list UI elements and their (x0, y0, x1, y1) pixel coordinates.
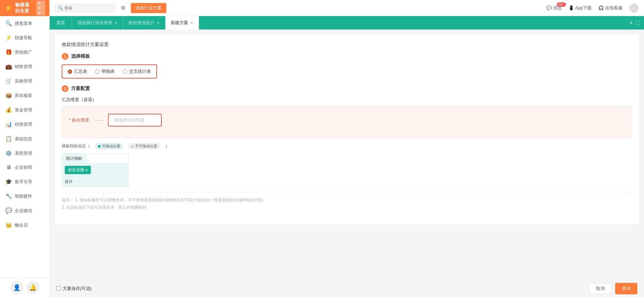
save-checkbox[interactable] (56, 286, 61, 291)
gear-icon: ⚙️ (5, 150, 12, 156)
sidebar-logo-text: 畅捷通好生意 (15, 2, 34, 14)
vertical-label: 纵向维度 (69, 117, 89, 123)
tab-cashflow[interactable]: 现金银行流水查询 ✕ (72, 16, 123, 30)
step2-number: 2 (62, 85, 68, 92)
sidebar-item-label: 搜索菜单 (15, 20, 32, 27)
wrench-icon: 🔧 (5, 193, 12, 199)
sidebar-item-purchase[interactable]: 🛒 采购管理 (0, 74, 49, 88)
industry-button[interactable]: 体验行业方案 (131, 3, 166, 13)
tab-newplan-close[interactable]: ✕ (190, 21, 193, 25)
radio-detail[interactable]: 明细表 (95, 68, 115, 75)
tips-section: 提示： 1. 拖动标题栏可以调整布局，不可跨维度或指标区域拖动且目字段(只能在同… (62, 192, 632, 211)
user-avatar[interactable] (629, 3, 639, 13)
tab-receipts[interactable]: 收款情况统计 ✕ (123, 16, 165, 30)
sidebar-item-label: 快捷导航 (15, 35, 32, 41)
stat-indicator-header: 统计指标 (62, 154, 87, 163)
sidebar-item-label: 库存核算 (15, 93, 32, 99)
tab-cashflow-close[interactable]: ✕ (114, 21, 117, 25)
unmovable-label: 不可拖动位置 (135, 144, 157, 149)
dimension-select[interactable]: 请选择分组维度 (108, 114, 162, 127)
subtotal-label: 合计 (65, 179, 73, 185)
sidebar-item-label: 系统管理 (15, 150, 32, 156)
sidebar-item-system[interactable]: ⚙️ 系统管理 (0, 146, 49, 160)
sidebar-item-marketing[interactable]: 🎁 营销推广 (0, 45, 49, 59)
settings-panel: 收款情况统计方案设置 1 选择模板 汇总表 明细表 (55, 35, 639, 225)
sidebar-item-basics[interactable]: 📋 基础信息 (0, 132, 49, 146)
topbar-search-box[interactable]: 🔍 (55, 4, 115, 12)
search-input[interactable] (64, 6, 111, 10)
sidebar-item-inventory[interactable]: 📦 库存核算 (0, 88, 49, 103)
tab-newplan[interactable]: 新建方案 ✕ (165, 16, 199, 30)
movable-badge: 可拖动位置 (95, 143, 123, 149)
radio-cross[interactable]: 交叉统计表 (123, 68, 151, 75)
crown-icon: 👑 (5, 222, 12, 228)
tab-receipts-close[interactable]: ✕ (157, 21, 160, 25)
sidebar-item-hardware[interactable]: 🔧 智能硬件 (0, 189, 49, 203)
indicator-tag-amount[interactable]: 收款金额 ▾ (65, 166, 91, 174)
movable-label: 可拖动位置 (102, 144, 120, 149)
search-icon: 🔍 (58, 6, 63, 10)
step1-number: 1 (62, 53, 68, 60)
sidebar-item-label: 智能硬件 (15, 193, 32, 199)
query-button[interactable]: 查询 (615, 283, 637, 294)
sidebar-item-enterprise[interactable]: 🖥 企业协同 (0, 160, 49, 175)
radio-summary-input[interactable] (68, 69, 72, 74)
message-button[interactable]: 💬 消息 99+ (546, 5, 562, 11)
sidebar-bottom-btn1[interactable]: 👤 (10, 281, 23, 294)
sidebar-item-label: 基础信息 (15, 136, 32, 142)
topbar: 🔍 ⚙ 体验行业方案 💬 消息 99+ 📱 App下载 🎧 在线客服 (50, 0, 644, 16)
briefcase-icon: 💼 (5, 63, 12, 70)
tab-home[interactable]: 首页 (50, 16, 72, 30)
vertical-dimension-row: 纵向维度 —— 请选择分组维度 (69, 114, 625, 127)
tab-cashflow-label: 现金银行流水查询 (77, 20, 112, 26)
sidebar-item-label: 新手引导 (15, 179, 32, 185)
step1-header: 1 选择模板 (62, 53, 632, 60)
tab-close-icon[interactable]: ✕ (629, 20, 633, 26)
sidebar-item-label: 企业微信 (15, 208, 32, 214)
dropdown-icon: ▾ (86, 168, 88, 172)
cancel-button[interactable]: 取消 (589, 283, 612, 294)
sidebar-item-guide[interactable]: 🎓 新手引导 (0, 175, 49, 189)
graduation-icon: 🎓 (5, 179, 12, 185)
topbar-right: 💬 消息 99+ 📱 App下载 🎧 在线客服 (546, 3, 639, 13)
clipboard-icon: 📋 (5, 136, 12, 142)
sidebar-item-wechat[interactable]: 💬 企业微信 (0, 203, 49, 218)
settings-icon[interactable]: ⚙ (121, 5, 125, 11)
sidebar-item-finance[interactable]: 💰 资金管理 (0, 103, 49, 117)
tab-expand-icon[interactable]: ⛶ (636, 20, 640, 26)
sidebar-item-label: 畅会员 (15, 222, 28, 228)
save-option[interactable]: 方案保存(可选) (56, 286, 92, 292)
sidebar-item-label: 企业协同 (15, 164, 32, 170)
step2-title: 方案配置 (71, 86, 90, 92)
radio-cross-label: 交叉统计表 (129, 68, 151, 75)
footer-bar: 方案保存(可选) 取消 查询 (50, 280, 644, 297)
download-button[interactable]: 📱 App下载 (569, 5, 592, 11)
sidebar-edition-badge: 标准版 (36, 1, 45, 15)
chat-icon: 💬 (5, 207, 12, 214)
sidebar-bottom: 👤 🔔 (0, 278, 49, 297)
radio-cross-input[interactable] (123, 69, 127, 74)
radio-summary[interactable]: 汇总表 (68, 68, 87, 75)
sidebar-item-label: 营销推广 (15, 49, 32, 55)
sidebar-item-operations[interactable]: 📊 经营管理 (0, 117, 49, 132)
message-badge: 99+ (557, 2, 566, 7)
indicator-section: 模板指标设定（ 可拖动位置 不可拖动位置 ） (62, 143, 632, 187)
sidebar-item-sales[interactable]: 💼 销售管理 (0, 59, 49, 74)
gift-icon: 🎁 (5, 49, 12, 55)
sidebar-bottom-btn2[interactable]: 🔔 (26, 281, 40, 294)
sidebar-item-label: 资金管理 (15, 107, 32, 113)
indicator-setting-label: 模板指标设定（ (62, 143, 90, 149)
step2-header: 2 方案配置 (62, 85, 632, 92)
sidebar-item-search[interactable]: 🔍 搜索菜单 (0, 16, 49, 31)
sidebar-item-member[interactable]: 👑 畅会员 (0, 218, 49, 232)
money-icon: 💰 (5, 107, 12, 113)
sidebar-item-quicknav[interactable]: ⚡ 快捷导航 (0, 31, 49, 45)
step2-section: 2 方案配置 汇总维度（必选） 纵向维度 —— 请选择分组维度 (62, 85, 632, 211)
lightning-icon: ⚡ (5, 35, 12, 41)
monitor-icon: 🖥 (5, 164, 12, 170)
support-button[interactable]: 🎧 在线客服 (598, 5, 623, 11)
radio-detail-input[interactable] (95, 69, 100, 74)
support-label: 在线客服 (605, 5, 623, 11)
box-icon: 📦 (5, 92, 12, 99)
content-area: 收款情况统计方案设置 1 选择模板 汇总表 明细表 (50, 30, 644, 280)
